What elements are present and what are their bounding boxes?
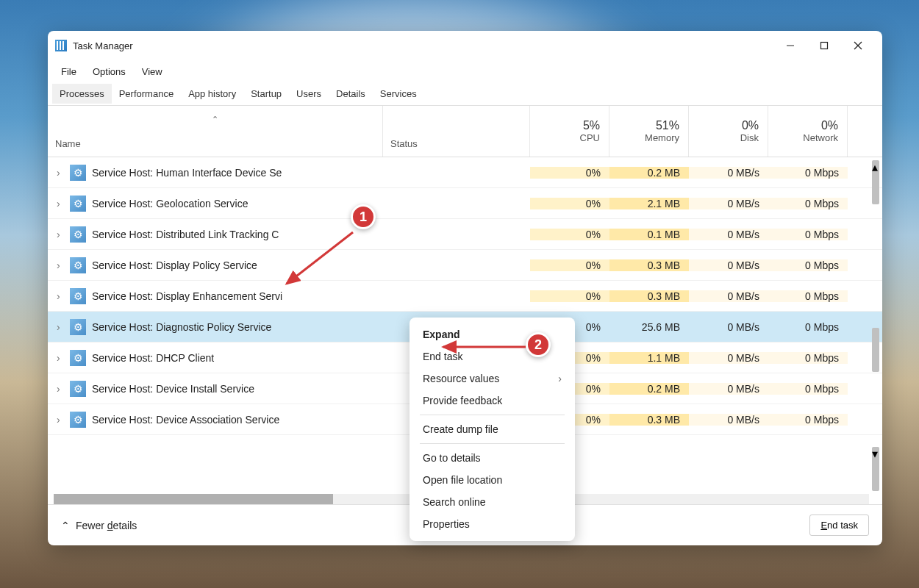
context-menu-item[interactable]: Go to details (410, 447, 575, 469)
table-row[interactable]: › ⚙ Service Host: Display Enhancement Se… (48, 281, 882, 312)
gear-icon: ⚙ (70, 381, 86, 397)
tab-app-history[interactable]: App history (181, 84, 243, 104)
context-menu-item[interactable]: Properties (410, 513, 575, 535)
gear-icon: ⚙ (70, 165, 86, 181)
context-menu-item[interactable]: Provide feedback (410, 390, 575, 412)
chevron-up-icon: ⌃ (61, 520, 70, 531)
table-row[interactable]: › ⚙ Service Host: Human Interface Device… (48, 157, 882, 188)
sort-ascending-icon: ⌃ (212, 115, 218, 124)
chevron-right-icon: › (558, 373, 562, 384)
cpu-value: 0% (530, 167, 609, 179)
network-value: 0 Mbps (768, 383, 848, 395)
menubar: File Options View (48, 60, 882, 82)
maximize-button[interactable] (807, 34, 841, 57)
column-memory[interactable]: 51% Memory (609, 106, 689, 157)
task-manager-window: Task Manager File Options View Processes… (48, 31, 882, 545)
network-value: 0 Mbps (768, 352, 848, 364)
process-name: Service Host: Diagnostic Policy Service (92, 321, 271, 333)
gear-icon: ⚙ (70, 350, 86, 366)
vertical-scrollbar[interactable]: ▴ ▾ (870, 157, 881, 494)
tab-startup[interactable]: Startup (243, 84, 289, 104)
table-row[interactable]: › ⚙ Service Host: Distributed Link Track… (48, 219, 882, 250)
disk-value: 0 MB/s (689, 383, 768, 395)
disk-value: 0 MB/s (689, 198, 768, 209)
svg-line-5 (287, 232, 353, 284)
disk-value: 0 MB/s (689, 229, 768, 240)
scroll-up-icon[interactable]: ▴ (872, 160, 879, 204)
gear-icon: ⚙ (70, 288, 86, 304)
cpu-value: 0% (530, 290, 609, 302)
tab-services[interactable]: Services (373, 84, 424, 104)
memory-value: 0.2 MB (609, 167, 689, 179)
tab-users[interactable]: Users (289, 84, 329, 104)
menu-view[interactable]: View (135, 63, 170, 80)
memory-value: 0.3 MB (609, 414, 689, 426)
disk-value: 0 MB/s (689, 414, 768, 426)
context-menu-item[interactable]: Open file location (410, 469, 575, 491)
gear-icon: ⚙ (70, 257, 86, 273)
context-menu-item[interactable]: Create dump file (410, 418, 575, 440)
disk-value: 0 MB/s (689, 259, 768, 271)
gear-icon: ⚙ (70, 226, 86, 243)
menu-file[interactable]: File (54, 63, 84, 80)
expand-chevron-icon[interactable]: › (57, 414, 64, 426)
expand-chevron-icon[interactable]: › (57, 198, 64, 209)
expand-chevron-icon[interactable]: › (57, 259, 64, 271)
expand-chevron-icon[interactable]: › (57, 290, 64, 302)
tab-strip: Processes Performance App history Startu… (48, 82, 882, 106)
window-title: Task Manager (73, 40, 133, 51)
column-cpu[interactable]: 5% CPU (530, 106, 609, 157)
scroll-down-icon[interactable]: ▾ (872, 447, 879, 491)
close-button[interactable] (841, 34, 875, 57)
process-name: Service Host: Display Enhancement Servi (92, 290, 282, 302)
tab-performance[interactable]: Performance (112, 84, 181, 104)
network-value: 0 Mbps (768, 414, 848, 426)
network-value: 0 Mbps (768, 229, 848, 240)
memory-value: 0.3 MB (609, 290, 689, 302)
app-icon (55, 40, 67, 51)
tab-details[interactable]: Details (329, 84, 373, 104)
column-headers: ⌃ Name Status 5% CPU 51% Memory 0% Disk … (48, 106, 882, 157)
expand-chevron-icon[interactable]: › (57, 383, 64, 395)
annotation-arrow-1 (279, 226, 360, 293)
memory-value: 0.1 MB (609, 229, 689, 240)
process-name: Service Host: Geolocation Service (92, 198, 248, 209)
disk-value: 0 MB/s (689, 290, 768, 302)
expand-chevron-icon[interactable]: › (57, 321, 64, 333)
gear-icon: ⚙ (70, 196, 86, 212)
tab-processes[interactable]: Processes (52, 84, 112, 104)
cpu-value: 0% (530, 198, 609, 209)
fewer-details-toggle[interactable]: ⌃ Fewer details (61, 520, 137, 531)
table-row[interactable]: › ⚙ Service Host: Geolocation Service 0%… (48, 188, 882, 219)
process-name: Service Host: Display Policy Service (92, 259, 257, 271)
network-value: 0 Mbps (768, 290, 848, 302)
column-status[interactable]: Status (383, 106, 530, 157)
horizontal-scrollbar-thumb[interactable] (54, 494, 333, 504)
end-task-button[interactable]: End task (809, 514, 869, 536)
expand-chevron-icon[interactable]: › (57, 167, 64, 179)
table-row[interactable]: › ⚙ Service Host: Display Policy Service… (48, 250, 882, 281)
network-value: 0 Mbps (768, 167, 848, 179)
context-menu-separator (420, 443, 565, 444)
column-disk[interactable]: 0% Disk (689, 106, 768, 157)
process-name: Service Host: Distributed Link Tracking … (92, 229, 279, 240)
process-name: Service Host: Human Interface Device Se (92, 167, 282, 179)
context-menu-item[interactable]: Search online (410, 491, 575, 513)
column-name[interactable]: ⌃ Name (48, 106, 383, 157)
gear-icon: ⚙ (70, 412, 86, 428)
memory-value: 2.1 MB (609, 198, 689, 209)
memory-value: 1.1 MB (609, 352, 689, 364)
scrollbar-thumb[interactable] (872, 328, 879, 372)
network-value: 0 Mbps (768, 198, 848, 209)
minimize-button[interactable] (773, 34, 807, 57)
expand-chevron-icon[interactable]: › (57, 229, 64, 240)
disk-value: 0 MB/s (689, 167, 768, 179)
context-menu-item[interactable]: Resource values› (410, 368, 575, 390)
expand-chevron-icon[interactable]: › (57, 352, 64, 364)
menu-options[interactable]: Options (85, 63, 133, 80)
column-network[interactable]: 0% Network (768, 106, 848, 157)
disk-value: 0 MB/s (689, 352, 768, 364)
process-name: Service Host: Device Install Service (92, 383, 254, 395)
svg-rect-1 (821, 43, 828, 49)
memory-value: 0.2 MB (609, 383, 689, 395)
